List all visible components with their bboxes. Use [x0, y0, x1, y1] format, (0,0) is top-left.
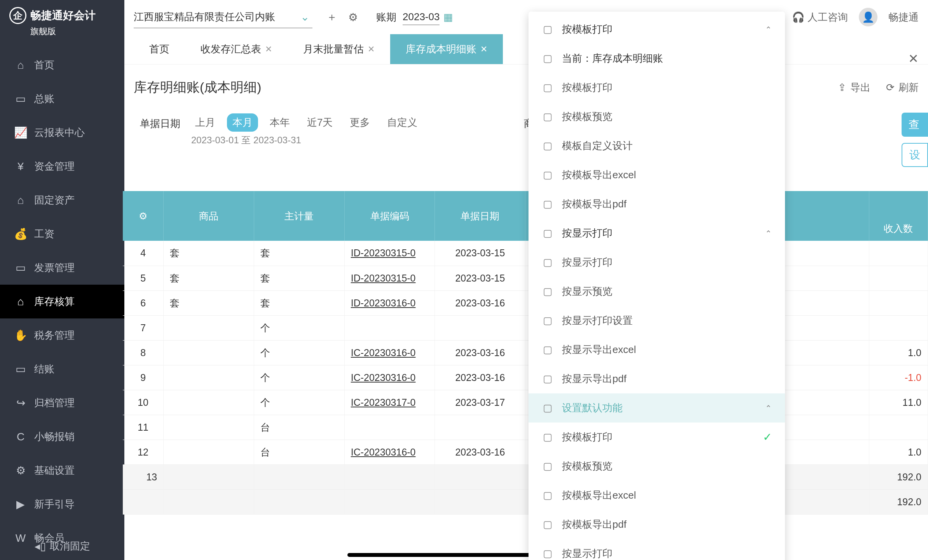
menu-item-label: 当前：库存成本明细账	[562, 52, 663, 65]
menu-item-1[interactable]: ▢当前：库存成本明细账	[529, 44, 785, 73]
date-pill-3[interactable]: 近7天	[302, 113, 338, 132]
sidebar-item-8[interactable]: ✋税务管理	[0, 318, 124, 352]
date-pill-0[interactable]: 上月	[190, 113, 221, 132]
sidebar-item-1[interactable]: ▭总账	[0, 82, 124, 116]
menu-item-6[interactable]: ▢按模板导出pdf	[529, 190, 785, 219]
tab-3[interactable]: 库存成本明细账✕	[390, 34, 503, 64]
archive-icon: ↪	[15, 397, 26, 409]
close-icon[interactable]: ✕	[480, 44, 487, 54]
tabs-row: 首页收发存汇总表✕月末批量暂估✕库存成本明细账✕	[124, 34, 928, 64]
sidebar-item-4[interactable]: ⌂固定资产	[0, 183, 124, 217]
export-icon: ⇪	[838, 82, 846, 94]
preview-icon: ▢	[542, 461, 553, 472]
tab-label: 收发存汇总表	[201, 42, 261, 56]
chart-icon: 📈	[15, 127, 26, 139]
menu-item-3[interactable]: ▢按模板预览	[529, 102, 785, 131]
sidebar-item-label: 库存核算	[34, 295, 75, 308]
menu-item-12[interactable]: ▢按显示导出pdf	[529, 364, 785, 393]
date-pill-2[interactable]: 本年	[264, 113, 295, 132]
menu-item-16[interactable]: ▢按模板导出excel	[529, 481, 785, 510]
chevron-up-icon: ⌃	[765, 403, 772, 413]
sidebar-item-2[interactable]: 📈云报表中心	[0, 116, 124, 150]
headset-icon: 🎧	[792, 11, 804, 23]
avatar[interactable]: 👤	[859, 8, 877, 26]
export-xls-icon: ▢	[542, 344, 553, 356]
tab-1[interactable]: 收发存汇总表✕	[185, 34, 288, 64]
cell-bill-date: 2023-03-16	[435, 290, 525, 315]
cell-qty: -1.0	[869, 365, 928, 390]
default-icon: ▢	[542, 402, 553, 414]
sidebar-item-13[interactable]: ▶新手引导	[0, 487, 124, 521]
cell-uom	[254, 464, 344, 489]
gear-icon[interactable]: ⚙	[345, 9, 361, 25]
date-pill-4[interactable]: 更多	[344, 113, 375, 132]
export-button[interactable]: ⇪ 导出	[838, 81, 870, 94]
close-all-tabs-button[interactable]: ✕	[908, 51, 919, 66]
menu-item-10[interactable]: ▢按显示打印设置	[529, 306, 785, 335]
menu-item-label: 按显示导出pdf	[562, 372, 626, 386]
tab-label: 首页	[149, 42, 169, 56]
menu-item-15[interactable]: ▢按模板预览	[529, 452, 785, 481]
menu-item-9[interactable]: ▢按显示预览	[529, 277, 785, 306]
date-filter-label: 单据日期	[140, 115, 180, 130]
add-icon[interactable]: ＋	[324, 9, 340, 25]
date-pill-1[interactable]: 本月	[227, 113, 258, 132]
logo-icon: 企	[9, 7, 26, 24]
tab-0[interactable]: 首页	[134, 34, 185, 64]
config-button[interactable]: 设	[902, 143, 928, 167]
menu-item-label: 模板自定义设计	[562, 139, 633, 153]
sidebar-item-11[interactable]: C小畅报销	[0, 420, 124, 454]
support-button[interactable]: 🎧 人工咨询	[792, 10, 848, 24]
cell-doc-no[interactable]: IC-20230316-0	[344, 365, 435, 390]
brand-name: 畅捷通好会计	[30, 8, 96, 23]
close-icon[interactable]: ✕	[265, 44, 272, 54]
date-range-text: 2023-03-01 至 2023-03-31	[191, 134, 423, 146]
cell-doc-no[interactable]: IC-20230317-0	[344, 390, 435, 415]
tab-2[interactable]: 月末批量暂估✕	[288, 34, 390, 64]
menu-item-7[interactable]: ▢按显示打印⌃	[529, 219, 785, 248]
refresh-button[interactable]: ⟳ 刷新	[886, 81, 919, 94]
calendar-icon[interactable]: ▦	[443, 11, 453, 23]
cell-idx: 10	[123, 390, 164, 415]
menu-item-4[interactable]: ▢模板自定义设计	[529, 131, 785, 160]
sidebar-item-9[interactable]: ▭结账	[0, 352, 124, 386]
menu-item-14[interactable]: ▢按模板打印✓	[529, 423, 785, 452]
period-value[interactable]: 2023-03	[403, 9, 440, 25]
menu-item-5[interactable]: ▢按模板导出excel	[529, 160, 785, 190]
cell-uom: 套	[254, 266, 344, 290]
menu-item-2[interactable]: ▢按模板打印	[529, 73, 785, 102]
cell-doc-no[interactable]: IC-20230316-0	[344, 340, 435, 365]
date-pill-5[interactable]: 自定义	[382, 113, 423, 132]
company-selector[interactable]: 江西服宝精品有限责任公司内账 ⌄	[134, 6, 312, 28]
menu-item-0[interactable]: ▢按模板打印⌃	[529, 15, 785, 44]
close-icon[interactable]: ✕	[368, 44, 375, 54]
cell-goods	[164, 489, 254, 514]
menu-item-17[interactable]: ▢按模板导出pdf	[529, 510, 785, 539]
menu-item-11[interactable]: ▢按显示导出excel	[529, 335, 785, 364]
settings-icon: ⚙	[15, 465, 26, 477]
cell-doc-no[interactable]: ID-20230315-0	[344, 266, 435, 290]
sidebar-item-7[interactable]: ⌂库存核算	[0, 285, 124, 318]
cell-uom: 套	[254, 241, 344, 266]
sidebar-item-3[interactable]: ¥资金管理	[0, 150, 124, 183]
refresh-icon: ⟳	[886, 82, 895, 94]
cell-idx: 6	[123, 290, 164, 315]
home-icon: ⌂	[15, 59, 26, 71]
cell-doc-no[interactable]: ID-20230315-0	[344, 241, 435, 266]
sidebar-item-6[interactable]: ▭发票管理	[0, 251, 124, 285]
menu-item-8[interactable]: ▢按显示打印	[529, 248, 785, 277]
menu-item-13[interactable]: ▢设置默认功能⌃	[529, 393, 785, 423]
sidebar-collapse[interactable]: ◂▯ 取消固定	[0, 539, 124, 553]
cell-doc-no[interactable]: ID-20230316-0	[344, 290, 435, 315]
col-gear[interactable]: ⚙	[123, 191, 164, 241]
sidebar-item-12[interactable]: ⚙基础设置	[0, 454, 124, 487]
sidebar-item-0[interactable]: ⌂首页	[0, 48, 124, 82]
menu-item-18[interactable]: ▢按显示打印	[529, 539, 785, 560]
cell-uom	[254, 489, 344, 514]
table-row: 10个IC-20230317-02023-03-172023-03-111.0	[123, 390, 928, 415]
cell-doc-no[interactable]: IC-20230316-0	[344, 440, 435, 464]
sidebar-item-10[interactable]: ↪归档管理	[0, 386, 124, 420]
sidebar-item-5[interactable]: 💰工资	[0, 217, 124, 251]
search-button[interactable]: 查	[902, 113, 928, 137]
tax-icon: ✋	[15, 330, 26, 341]
